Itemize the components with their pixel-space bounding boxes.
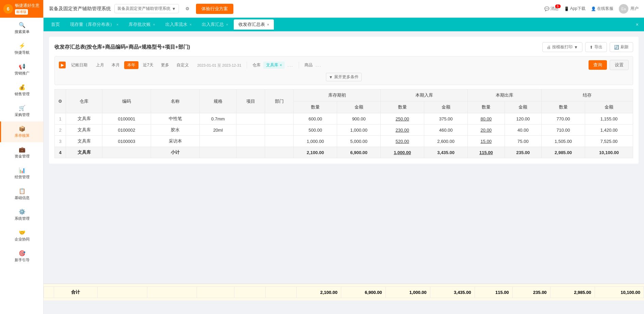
- query-button[interactable]: 查询: [589, 60, 607, 70]
- export-label: 导出: [594, 44, 602, 50]
- tab-recv-send-summary-close[interactable]: ×: [267, 22, 269, 27]
- row-name: 中性笔: [151, 113, 200, 125]
- goods-more-button[interactable]: ...: [315, 62, 321, 68]
- sidebar-item-sales[interactable]: 💰 销售管理: [0, 80, 43, 101]
- close-all-tabs-button[interactable]: ×: [633, 20, 641, 29]
- logo-icon: 6: [3, 4, 13, 14]
- date-btn-custom[interactable]: 自定义: [174, 61, 192, 69]
- export-button[interactable]: ⬆ 导出: [585, 42, 607, 52]
- operations-icon: 📊: [19, 167, 26, 173]
- sidebar-item-search[interactable]: 🔍 搜索菜单: [0, 18, 43, 38]
- th-settings[interactable]: ⚙: [55, 89, 66, 113]
- row-name: 采访本: [151, 136, 200, 147]
- row-close-amt: 7,525.00: [585, 136, 633, 147]
- tab-inout-flow[interactable]: 出入库流水 ×: [161, 19, 196, 30]
- row-dept: [265, 113, 294, 125]
- row-out-qty[interactable]: 20.00: [468, 125, 505, 136]
- sidebar-item-sales-label: 销售管理: [15, 92, 30, 97]
- settings-icon[interactable]: ⚙: [182, 4, 193, 14]
- subtotal-out-qty[interactable]: 115.00: [468, 147, 505, 158]
- date-range-text: 2023-01-01 至 2023-12-31: [197, 63, 242, 68]
- th-project: 项目: [236, 89, 265, 113]
- sidebar-item-quicknav-label: 快捷导航: [15, 50, 30, 55]
- date-btn-more[interactable]: 更多: [158, 61, 172, 69]
- tab-stock-dist-close[interactable]: ×: [116, 22, 118, 27]
- tab-inout-summary-label: 出入库汇总: [202, 21, 224, 28]
- row-dept: [265, 125, 294, 136]
- row-close-amt: 1,420.00: [585, 125, 633, 136]
- tab-inout-flow-close[interactable]: ×: [189, 22, 192, 27]
- subtotal-in-amt: 3,435.00: [424, 147, 468, 158]
- row-close-qty: 770.00: [542, 113, 585, 125]
- sidebar-item-inventory[interactable]: 📦 库存核算: [0, 121, 43, 142]
- row-in-qty[interactable]: 250.00: [381, 113, 424, 125]
- row-out-qty[interactable]: 80.00: [468, 113, 505, 125]
- sidebar-item-newbie[interactable]: 🎯 新手引导: [0, 246, 43, 267]
- row-dept: [265, 136, 294, 147]
- row-open-qty: 500.00: [294, 125, 337, 136]
- quicknav-icon: ⚡: [19, 43, 26, 49]
- subtotal-close-qty: 2,985.00: [542, 147, 585, 158]
- warehouse-more-button[interactable]: ...: [287, 62, 294, 68]
- date-filter-label: 记账日期: [71, 62, 87, 68]
- expand-conditions-button[interactable]: ▼ 展开更多条件: [326, 73, 362, 81]
- user-label: 用户: [630, 6, 639, 12]
- print-button[interactable]: 🖨 按模板打印 ▼: [542, 42, 582, 52]
- tab-inout-summary[interactable]: 出入库汇总 ×: [197, 19, 233, 30]
- table-footer: 合计 2,100.00 6,900.00 1,000.00 3,435.00 1…: [44, 283, 644, 300]
- refresh-button[interactable]: 🔄 刷新: [610, 42, 633, 52]
- row-out-qty[interactable]: 15.00: [468, 136, 505, 147]
- row-in-amt: 375.00: [424, 113, 468, 125]
- tab-stock-dist[interactable]: 现存量（库存分布表） ×: [65, 19, 123, 30]
- date-btn-year[interactable]: 本年: [124, 61, 138, 69]
- date-btn-recent7[interactable]: 近7天: [140, 61, 156, 69]
- warehouse-tag-remove-button[interactable]: ×: [280, 63, 282, 67]
- th-close-qty: 数量: [542, 101, 585, 113]
- sidebar-item-system[interactable]: ⚙️ 系统管理: [0, 204, 43, 225]
- total-in-amt: 3,435.00: [430, 287, 475, 298]
- th-warehouse: 仓库: [66, 89, 102, 113]
- sidebar-item-finance[interactable]: 💼 资金管理: [0, 142, 43, 163]
- sidebar-item-newbie-label: 新手引导: [15, 258, 30, 263]
- sidebar-item-operations[interactable]: 📊 经营管理: [0, 163, 43, 184]
- date-btn-cur[interactable]: 本月: [109, 61, 123, 69]
- sidebar-item-marketing[interactable]: 📢 营销推广: [0, 59, 43, 80]
- messages-badge[interactable]: 💬 消息 6: [544, 6, 559, 12]
- cooperation-icon: 🤝: [19, 229, 26, 236]
- tab-batch-close[interactable]: ×: [153, 22, 155, 27]
- total-close-qty: 2,985.00: [550, 287, 595, 298]
- sidebar-item-system-label: 系统管理: [15, 216, 30, 221]
- row-in-qty[interactable]: 520.00: [381, 136, 424, 147]
- subtotal-in-qty[interactable]: 1,000.00: [381, 147, 424, 158]
- warehouse-tag: 文具库 ×: [263, 62, 284, 69]
- tab-recv-send-summary[interactable]: 收发存汇总表 ×: [234, 19, 274, 30]
- sidebar-item-purchase-label: 采购管理: [15, 112, 30, 117]
- marketing-icon: 📢: [19, 63, 26, 70]
- app-download[interactable]: 📱 App下载: [564, 6, 585, 12]
- sidebar-item-quicknav[interactable]: ⚡ 快捷导航: [0, 38, 43, 59]
- sidebar-item-cooperation[interactable]: 🤝 企业协同: [0, 225, 43, 246]
- settings-button[interactable]: 设置: [610, 60, 629, 70]
- system-title: 装备及固定资产辅助管理系统: [49, 6, 111, 12]
- row-in-qty[interactable]: 230.00: [381, 125, 424, 136]
- trial-button[interactable]: 体验行业方案: [196, 4, 233, 14]
- filter-toggle-button[interactable]: ▶: [59, 62, 66, 68]
- tab-inout-summary-close[interactable]: ×: [226, 22, 228, 27]
- user-menu[interactable]: Ea 用户: [619, 4, 639, 14]
- date-btn-prev[interactable]: 上月: [93, 61, 107, 69]
- sidebar-item-purchase[interactable]: 🛒 采购管理: [0, 101, 43, 121]
- tab-home[interactable]: 首页: [46, 19, 65, 30]
- sidebar-item-operations-label: 经营管理: [15, 175, 30, 180]
- filter-row: ▶ 记账日期 上月 本月 本年 近7天 更多 自定义 20: [59, 60, 629, 70]
- total-close-amt: 10,100.00: [595, 287, 644, 298]
- row-spec: 20ml: [199, 125, 236, 136]
- tab-batch-label: 库存批次账: [129, 21, 151, 28]
- row-in-amt: 460.00: [424, 125, 468, 136]
- sidebar-item-basicinfo[interactable]: 📋 基础信息: [0, 184, 43, 204]
- system-dropdown[interactable]: 装备及固定资产辅助管理系统 ▼: [114, 4, 179, 13]
- tab-batch[interactable]: 库存批次账 ×: [124, 19, 160, 30]
- online-support[interactable]: 👤 在线客服: [591, 6, 613, 12]
- app-download-label: App下载: [570, 6, 585, 12]
- sidebar-item-basicinfo-label: 基础信息: [15, 195, 30, 200]
- total-open-amt: 6,900.00: [341, 287, 385, 298]
